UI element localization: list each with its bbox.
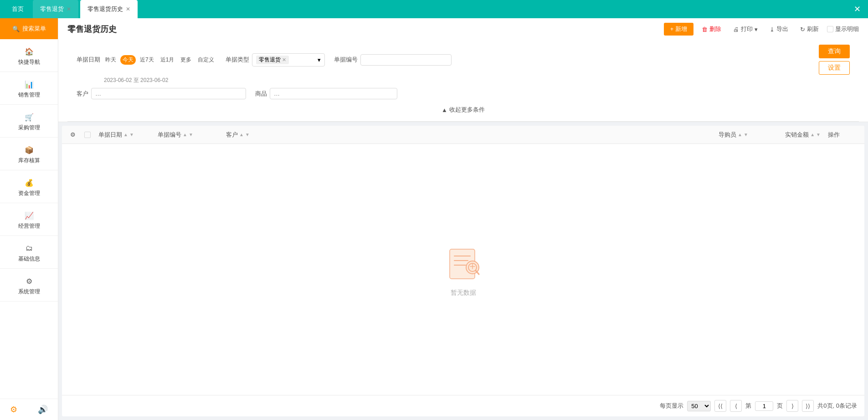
page-title: 零售退货历史 (67, 24, 117, 35)
export-icon: ⤓ (770, 26, 775, 33)
settings-bottom-icon[interactable]: ⚙ (10, 405, 17, 415)
display-toggle: 显示明细 (827, 25, 859, 33)
purchase-icon: 🛒 (24, 112, 34, 122)
per-page-label: 每页显示 (660, 402, 683, 410)
first-page-btn[interactable]: ⟨⟨ (714, 400, 726, 412)
date-opt-1month[interactable]: 近1月 (158, 55, 177, 65)
print-icon: 🖨 (733, 26, 739, 33)
th-amount[interactable]: 实销金额 ▲ ▼ (770, 131, 824, 139)
th-customer[interactable]: 客户 ▲ ▼ (222, 131, 715, 139)
inventory-icon: 📦 (24, 145, 34, 155)
empty-text: 暂无数据 (451, 289, 476, 297)
date-filter-label: 单据日期 (77, 56, 100, 64)
table-body: 暂无数据 (62, 144, 864, 395)
delete-label: 删除 (709, 25, 721, 33)
th-customer-sort-asc: ▲ (239, 132, 244, 137)
sidebar: 🔍 搜索菜单 🏠 快捷导航 📊 销售管理 🛒 采购管理 📦 库存核算 💰 资金管… (0, 18, 58, 420)
print-button[interactable]: 🖨 打印 ▾ (729, 23, 761, 35)
sidebar-item-sales-label: 销售管理 (18, 91, 40, 99)
th-action: 操作 (824, 131, 861, 139)
sidebar-item-operations[interactable]: 📈 经营管理 (0, 203, 58, 236)
tab-retail-return[interactable]: 零售退货 ✕ (33, 0, 78, 18)
sidebar-item-operations-label: 经营管理 (18, 222, 40, 230)
tab-retail-return-history[interactable]: 零售退货历史 ✕ (80, 0, 138, 18)
th-number-label: 单据编号 (158, 131, 181, 139)
voucher-type-tag-close[interactable]: ✕ (282, 57, 286, 63)
home-icon: 🏠 (24, 46, 34, 56)
sidebar-search[interactable]: 🔍 搜索菜单 (0, 18, 58, 39)
delete-icon: 🗑 (702, 26, 708, 33)
sidebar-item-basic-info-label: 基础信息 (18, 255, 40, 263)
th-date[interactable]: 单据日期 ▲ ▼ (95, 131, 154, 139)
display-checkbox[interactable] (827, 26, 833, 32)
date-opt-more[interactable]: 更多 (178, 55, 194, 65)
sidebar-item-quick-nav[interactable]: 🏠 快捷导航 (0, 39, 58, 72)
sound-icon[interactable]: 🔊 (38, 405, 48, 415)
system-icon: ⚙ (24, 276, 34, 286)
th-date-label: 单据日期 (98, 131, 122, 139)
refresh-button[interactable]: ↻ 刷新 (796, 23, 822, 35)
pagination: 每页显示 50 100 200 ⟨⟨ ⟨ 第 页 ⟩ ⟩⟩ 共0页, 0条记录 (62, 395, 864, 416)
th-date-sort-desc: ▼ (129, 132, 134, 137)
th-number[interactable]: 单据编号 ▲ ▼ (154, 131, 222, 139)
date-opt-custom[interactable]: 自定义 (195, 55, 216, 65)
collapse-button[interactable]: ▲ 收起更多条件 (436, 104, 490, 116)
th-number-sort-desc: ▼ (189, 132, 193, 137)
export-button[interactable]: ⤓ 导出 (766, 23, 792, 35)
th-guide-label: 导购员 (719, 131, 736, 139)
page-header: 零售退货历史 + 新增 🗑 删除 🖨 打印 ▾ ⤓ 导出 (58, 18, 868, 122)
sidebar-item-system-label: 系统管理 (18, 288, 40, 296)
date-opt-today[interactable]: 今天 (120, 55, 136, 65)
voucher-type-dropdown-icon: ▾ (318, 56, 321, 63)
search-icon: 🔍 (12, 26, 20, 32)
page-input[interactable] (755, 401, 773, 411)
sidebar-item-finance[interactable]: 💰 资金管理 (0, 170, 58, 203)
query-button[interactable]: 查询 (819, 45, 850, 58)
customer-label: 客户 (77, 90, 88, 98)
sidebar-item-inventory[interactable]: 📦 库存核算 (0, 138, 58, 170)
voucher-type-tag-value: 零售退货 (259, 56, 281, 64)
sidebar-item-system[interactable]: ⚙ 系统管理 (0, 269, 58, 302)
date-range-display: 2023-06-02 至 2023-06-02 (104, 76, 850, 84)
basic-info-icon: 🗂 (24, 243, 34, 253)
delete-button[interactable]: 🗑 删除 (698, 23, 725, 35)
th-guide[interactable]: 导购员 ▲ ▼ (715, 131, 770, 139)
window-close-icon[interactable]: ✕ (854, 4, 861, 14)
date-opt-yesterday[interactable]: 昨天 (103, 55, 118, 65)
sidebar-item-purchase[interactable]: 🛒 采购管理 (0, 105, 58, 138)
sidebar-item-finance-label: 资金管理 (18, 190, 40, 197)
tab-retail-return-history-label: 零售退货历史 (87, 5, 123, 13)
date-range-text: 2023-06-02 至 2023-06-02 (104, 77, 168, 83)
th-settings[interactable]: ⚙ (66, 131, 80, 138)
sidebar-item-sales[interactable]: 📊 销售管理 (0, 72, 58, 105)
total-label: 共0页, 0条记录 (817, 402, 857, 410)
select-all-checkbox[interactable] (84, 132, 91, 138)
th-amount-sort-asc: ▲ (810, 132, 815, 137)
last-page-btn[interactable]: ⟩⟩ (802, 400, 814, 412)
voucher-type-select[interactable]: 零售退货 ✕ ▾ (252, 53, 325, 67)
th-checkbox[interactable] (80, 132, 95, 138)
sales-icon: 📊 (24, 79, 34, 89)
tab-home[interactable]: 首页 (5, 0, 31, 18)
goods-input[interactable] (270, 88, 397, 99)
filter-settings-button[interactable]: 设置 (819, 61, 850, 75)
sidebar-item-basic-info[interactable]: 🗂 基础信息 (0, 236, 58, 269)
prev-page-btn[interactable]: ⟨ (730, 400, 742, 412)
display-label: 显示明细 (835, 25, 859, 33)
voucher-type-tag: 零售退货 ✕ (256, 56, 289, 64)
customer-filter: 客户 (77, 88, 246, 99)
goods-filter: 商品 (255, 88, 397, 99)
tab-retail-return-close[interactable]: ✕ (67, 6, 71, 12)
top-bar-right: ✕ (849, 4, 868, 14)
date-opt-7days[interactable]: 近7天 (138, 55, 156, 65)
tab-retail-return-label: 零售退货 (40, 5, 64, 13)
next-page-btn[interactable]: ⟩ (786, 400, 798, 412)
customer-input[interactable] (91, 88, 246, 99)
new-button[interactable]: + 新增 (664, 23, 693, 36)
per-page-select[interactable]: 50 100 200 (687, 401, 711, 411)
page-suffix: 页 (777, 402, 783, 410)
collapse-label: 收起更多条件 (449, 106, 485, 114)
voucher-number-input[interactable] (360, 54, 452, 66)
tab-retail-return-history-close[interactable]: ✕ (126, 6, 130, 12)
content-area: 零售退货历史 + 新增 🗑 删除 🖨 打印 ▾ ⤓ 导出 (58, 18, 868, 420)
